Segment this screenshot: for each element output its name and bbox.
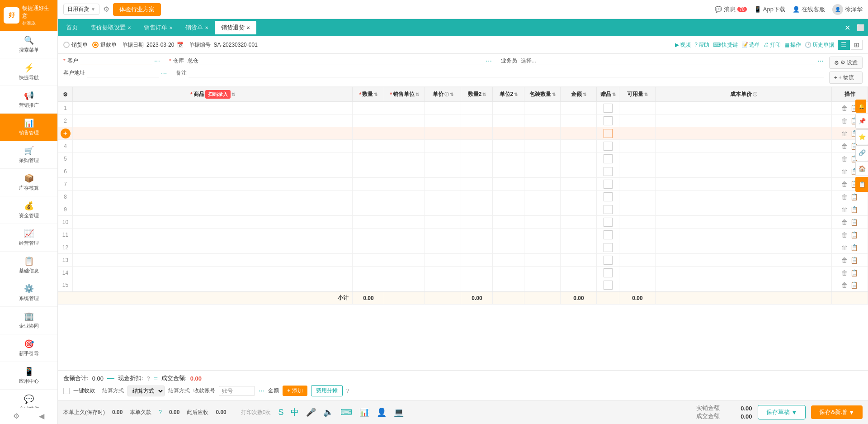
account-dots-btn[interactable]: ···: [259, 387, 264, 395]
add-row-btn[interactable]: +: [61, 129, 71, 138]
tab-maximize-btn[interactable]: ⬜: [855, 24, 866, 31]
row-1-unit2[interactable]: [493, 102, 524, 114]
unit2-sort-icon[interactable]: ⇅: [514, 92, 518, 97]
account-input[interactable]: [219, 386, 255, 396]
row-3-cost[interactable]: [656, 127, 832, 140]
tab-sales-return[interactable]: 销货退货 ✕: [215, 21, 256, 34]
row-3-amount[interactable]: [561, 127, 597, 140]
qty-sort-icon[interactable]: ⇅: [374, 92, 377, 97]
sidebar-item-search[interactable]: 🔍 搜索菜单: [0, 31, 57, 58]
user-profile-btn[interactable]: 👤 徐泽华: [832, 4, 863, 15]
row-6-del[interactable]: 🗑: [841, 168, 848, 175]
row-9-copy[interactable]: 📋: [850, 206, 858, 213]
float-btn-4[interactable]: 🔗: [855, 145, 868, 160]
sidebar-item-purchase[interactable]: 🛒 采购管理: [0, 141, 57, 169]
row-3-price[interactable]: [425, 127, 461, 140]
tab-sales-shipment[interactable]: 销货单 ✕: [179, 21, 215, 34]
row-2-delete-btn[interactable]: 🗑: [841, 117, 848, 124]
row-2-price[interactable]: [425, 114, 461, 127]
shortcut-link[interactable]: ⌨ 快捷键: [713, 41, 738, 49]
row-3-gift[interactable]: [597, 127, 619, 140]
row-10-del[interactable]: 🗑: [841, 219, 848, 226]
save-new-btn[interactable]: 保存&新增 ▼: [811, 405, 863, 419]
row-10-copy[interactable]: 📋: [850, 219, 858, 226]
row-3-available[interactable]: [619, 127, 656, 140]
row-2-qty2[interactable]: [461, 114, 493, 127]
toolbar-icon-1[interactable]: S: [278, 408, 283, 417]
row-1-unit[interactable]: [384, 102, 425, 114]
row-8-del[interactable]: 🗑: [841, 193, 848, 200]
collapse-sidebar-btn[interactable]: ◀: [39, 412, 44, 420]
toolbar-icon-5[interactable]: ⌨: [340, 407, 352, 417]
row-1-delete-btn[interactable]: 🗑: [841, 105, 848, 112]
calendar-icon[interactable]: 📅: [177, 42, 184, 48]
toolbar-icon-2[interactable]: 中: [291, 407, 299, 418]
th-settings[interactable]: ⚙: [58, 87, 73, 102]
history-link[interactable]: 🕐 历史单据: [805, 41, 834, 49]
one-click-checkbox[interactable]: [63, 388, 70, 394]
sidebar-item-wechat[interactable]: 💬 企业微信: [0, 390, 57, 408]
row-9-del[interactable]: 🗑: [841, 206, 848, 213]
row-3-unit[interactable]: [384, 127, 425, 140]
fee-split-help-icon[interactable]: ?: [346, 388, 349, 394]
toolbar-icon-3[interactable]: 🎤: [306, 407, 316, 417]
help-link[interactable]: ? 帮助: [694, 41, 709, 49]
row-2-gift-check[interactable]: [604, 116, 613, 125]
row-7-del[interactable]: 🗑: [841, 181, 848, 188]
row-4-del[interactable]: 🗑: [841, 143, 848, 150]
sidebar-item-operation[interactable]: 📈 经营管理: [0, 224, 57, 252]
qty2-sort-icon[interactable]: ⇅: [482, 92, 486, 97]
row-1-pkg[interactable]: [524, 102, 561, 114]
float-btn-3[interactable]: ⭐: [855, 129, 868, 144]
tab-close-all-btn[interactable]: ✕: [843, 24, 852, 32]
price-info-icon[interactable]: ⓘ: [444, 91, 449, 98]
sidebar-item-basic[interactable]: 📋 基础信息: [0, 252, 57, 279]
select-link[interactable]: 📝 选单: [741, 41, 760, 49]
salesman-dots-btn[interactable]: ···: [817, 57, 823, 65]
row-11-copy[interactable]: 📋: [850, 231, 858, 238]
video-link[interactable]: ▶ 视频: [675, 41, 691, 49]
row-3-delete-btn[interactable]: 🗑: [841, 130, 848, 137]
cost-info-icon[interactable]: ⓘ: [753, 91, 757, 98]
row-14-del[interactable]: 🗑: [841, 269, 848, 276]
addr-dots-btn[interactable]: ···: [161, 69, 167, 77]
row-11-del[interactable]: 🗑: [841, 231, 848, 238]
sidebar-item-guide[interactable]: 🎯 新手引导: [0, 334, 57, 362]
row-1-available[interactable]: [619, 102, 656, 114]
row-3-pkg[interactable]: [524, 127, 561, 140]
row-3-product-input[interactable]: [75, 130, 350, 137]
row-2-unit2[interactable]: [493, 114, 524, 127]
product-sort-icon[interactable]: ⇅: [231, 92, 235, 97]
toolbar-icon-7[interactable]: 👤: [377, 407, 387, 417]
row-12-copy[interactable]: 📋: [850, 244, 858, 251]
row-15-copy[interactable]: 📋: [850, 281, 858, 289]
tab-home[interactable]: 首页: [60, 21, 84, 34]
row-2-available[interactable]: [619, 114, 656, 127]
operate-link[interactable]: ▦ 操作: [784, 41, 801, 49]
row-1-gift[interactable]: [597, 102, 619, 114]
total-owe-icon[interactable]: ?: [159, 409, 162, 415]
row-2-amount[interactable]: [561, 114, 597, 127]
row-2-pkg[interactable]: [524, 114, 561, 127]
tab-sales-order-close[interactable]: ✕: [169, 25, 173, 30]
row-13-copy[interactable]: 📋: [850, 257, 858, 264]
remark-input[interactable]: [189, 69, 823, 77]
row-15-del[interactable]: 🗑: [841, 281, 848, 289]
gift-sort-icon[interactable]: ⇅: [612, 92, 616, 97]
row-12-del[interactable]: 🗑: [841, 244, 848, 251]
customer-addr-input[interactable]: [87, 69, 159, 77]
amount-sort-icon[interactable]: ⇅: [583, 92, 586, 97]
row-2-unit[interactable]: [384, 114, 425, 127]
sidebar-item-shortcut[interactable]: ⚡ 快捷导航: [0, 58, 57, 86]
scan-btn[interactable]: 扫码录入: [205, 90, 231, 99]
toolbar-icon-6[interactable]: 📊: [359, 407, 369, 417]
row-1-product[interactable]: [73, 102, 353, 114]
radio-sales-shipment[interactable]: 销货单: [63, 41, 88, 49]
logistics-btn[interactable]: + + 物流: [829, 71, 863, 84]
customer-dots-btn[interactable]: ···: [154, 57, 160, 65]
tab-sales-shipment-close[interactable]: ✕: [205, 25, 208, 30]
row-1-qty2[interactable]: [461, 102, 493, 114]
toolbar-icon-8[interactable]: 💻: [394, 407, 404, 417]
customer-input[interactable]: [80, 57, 152, 65]
float-btn-1[interactable]: 🔔: [855, 100, 866, 113]
